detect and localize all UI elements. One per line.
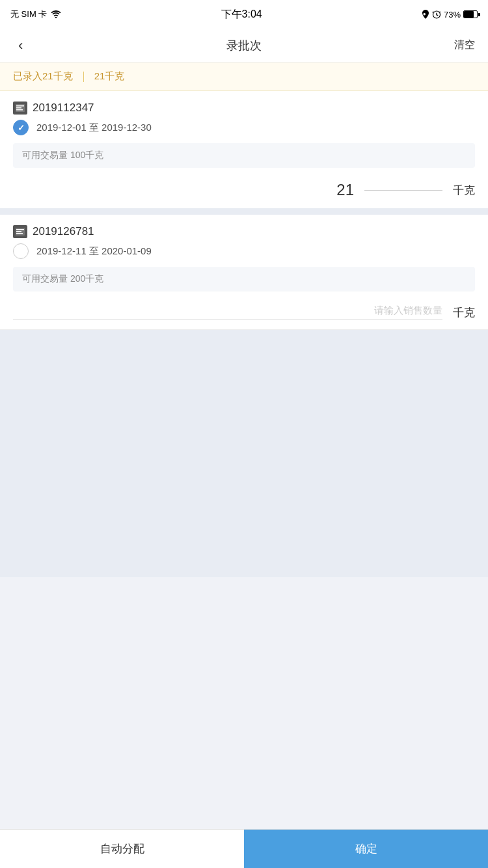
- location-icon: [422, 10, 429, 19]
- batch-2-id-icon: [13, 225, 27, 238]
- empty-area: [0, 330, 488, 577]
- batch-1-radio[interactable]: ✓: [13, 120, 29, 135]
- alarm-icon: [432, 10, 441, 19]
- batch-1-header: 2019112347: [0, 91, 488, 120]
- svg-rect-6: [16, 229, 24, 230]
- batch-1-amount-unit: 千克: [453, 183, 475, 198]
- batch-2-date: 2019-12-11 至 2020-01-09: [36, 245, 152, 258]
- summary-divider: [83, 72, 84, 82]
- wifi-icon: [51, 10, 61, 18]
- batch-1-amount-value: 21: [336, 181, 354, 199]
- signal-text: 无 SIM 卡: [10, 8, 47, 20]
- clear-button[interactable]: 清空: [454, 38, 475, 52]
- batch-2-header: 2019126781: [0, 215, 488, 243]
- check-icon: ✓: [18, 123, 25, 133]
- summary-value: 21千克: [94, 70, 125, 83]
- back-button[interactable]: ‹: [13, 34, 28, 57]
- status-left: 无 SIM 卡: [10, 8, 61, 20]
- bottom-bar: 自动分配 确定: [0, 829, 488, 868]
- batch-2-amount-placeholder: 请输入销售数量: [374, 305, 442, 317]
- batch-1-date: 2019-12-01 至 2019-12-30: [36, 122, 152, 134]
- batch-1-date-row[interactable]: ✓ 2019-12-01 至 2019-12-30: [0, 120, 488, 141]
- batch-2-radio[interactable]: [13, 243, 29, 259]
- status-time: 下午3:04: [221, 8, 262, 21]
- svg-rect-2: [16, 105, 24, 107]
- svg-rect-4: [16, 109, 23, 111]
- summary-bar: 已录入21千克 21千克: [0, 62, 488, 91]
- nav-bar: ‹ 录批次 清空: [0, 29, 488, 62]
- svg-rect-3: [16, 107, 21, 109]
- battery-icon: [463, 10, 478, 18]
- status-right: 73%: [422, 10, 478, 20]
- svg-rect-8: [16, 233, 23, 234]
- batch-1-available: 可用交易量 100千克: [13, 143, 475, 168]
- batch-item-2: 2019126781 2019-12-11 至 2020-01-09 可用交易量…: [0, 215, 488, 330]
- batch-2-id: 2019126781: [33, 225, 94, 238]
- batch-2-input-row: 请输入销售数量 千克: [0, 298, 488, 330]
- batch-2-date-row[interactable]: 2019-12-11 至 2020-01-09: [0, 243, 488, 264]
- batch-1-id-icon: [13, 102, 27, 115]
- batch-1-amount-row: 21 千克: [0, 174, 488, 208]
- battery-percent: 73%: [444, 10, 461, 20]
- batch-2-amount-unit: 千克: [453, 305, 475, 320]
- batch-item-1: 2019112347 ✓ 2019-12-01 至 2019-12-30 可用交…: [0, 91, 488, 208]
- auto-distribute-button[interactable]: 自动分配: [0, 830, 244, 868]
- batch-2-input-wrap: 请输入销售数量: [13, 305, 442, 320]
- batch-2-available: 可用交易量 200千克: [13, 267, 475, 292]
- page-title: 录批次: [226, 38, 262, 53]
- summary-label: 已录入21千克: [13, 70, 73, 83]
- confirm-button[interactable]: 确定: [244, 830, 488, 868]
- svg-rect-7: [16, 231, 21, 232]
- section-separator-1: [0, 208, 488, 215]
- status-bar: 无 SIM 卡 下午3:04 73%: [0, 0, 488, 29]
- batch-1-id: 2019112347: [33, 102, 94, 115]
